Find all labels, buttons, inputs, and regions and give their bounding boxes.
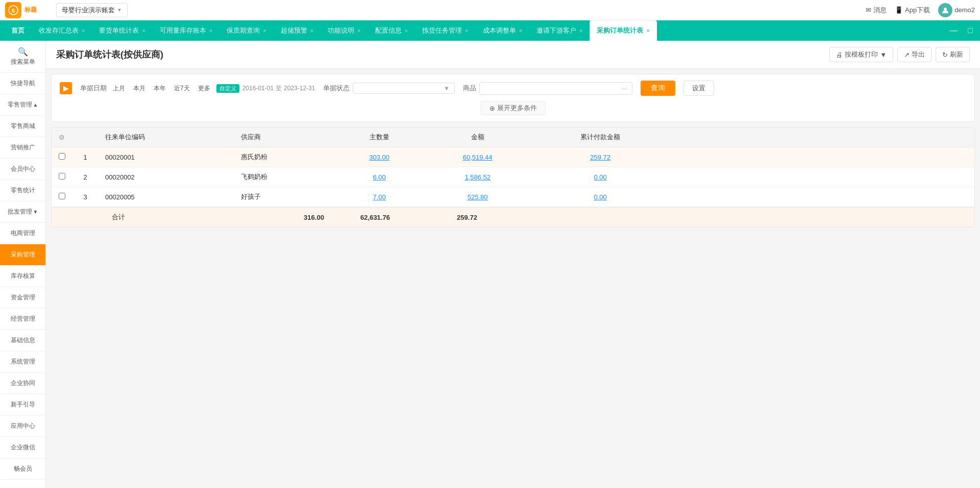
cell-paid-1[interactable]: 0.00 <box>532 167 668 187</box>
tab-baozhi-close-icon[interactable]: × <box>263 28 266 34</box>
tab-kuyong-label: 可用量库存账本 <box>160 26 206 35</box>
header-actions: 🖨 按模板打印 ▼ ↗ 导出 ↻ 刷新 <box>829 47 970 62</box>
cell-quantity-2[interactable]: 7.00 <box>336 187 423 207</box>
settings-button[interactable]: 设置 <box>683 81 714 96</box>
tab-jianhuo-label: 拣货任务管理 <box>422 26 462 35</box>
sidebar-item-quicknav[interactable]: 快捷导航 <box>0 73 45 94</box>
tab-caigou-active[interactable]: 采购订单统计表 × <box>590 20 656 41</box>
row-checkbox-0[interactable] <box>59 153 65 160</box>
cell-quantity-0[interactable]: 303.00 <box>336 147 423 167</box>
tab-peizhi-close-icon[interactable]: × <box>405 28 408 34</box>
cell-paid-2[interactable]: 0.00 <box>532 187 668 207</box>
tab-jianhuo[interactable]: 拣货任务管理 × <box>415 20 475 41</box>
tab-gongneng-close-icon[interactable]: × <box>357 28 360 34</box>
goods-input[interactable]: ··· <box>479 82 632 95</box>
query-button[interactable]: 查询 <box>641 81 675 96</box>
tab-yaoqing[interactable]: 邀请下游客户 × <box>529 20 590 41</box>
user-avatar-area[interactable]: demo2 <box>938 3 975 17</box>
tab-chaochu[interactable]: 超储预警 × <box>274 20 321 41</box>
sidebar-item-sys-mgmt[interactable]: 系统管理 <box>0 351 45 373</box>
message-label: 消息 <box>873 6 887 15</box>
cell-index-1: 2 <box>72 167 98 187</box>
date-shortcut-thisyear[interactable]: 本年 <box>151 83 169 94</box>
date-shortcut-thismonth[interactable]: 本月 <box>130 83 149 94</box>
cell-amount-0[interactable]: 60,519.44 <box>423 147 532 167</box>
cell-checkbox-1[interactable] <box>52 167 72 187</box>
tab-home[interactable]: 首页 <box>4 20 32 41</box>
sidebar-item-operations[interactable]: 经营管理 <box>0 309 45 330</box>
tab-chengben[interactable]: 成本调整单 × <box>476 20 529 41</box>
sidebar-item-member[interactable]: 会员中心 <box>0 159 45 180</box>
message-btn[interactable]: ✉ 消息 <box>866 6 887 15</box>
filter-date-item: 单据日期 上月 本月 本年 近7天 更多 自定义 2016-01-01 至 20… <box>80 83 315 94</box>
app-download-btn[interactable]: 📱 App下载 <box>895 6 930 15</box>
refresh-button[interactable]: ↻ 刷新 <box>936 47 970 62</box>
tab-kuyong[interactable]: 可用量库存账本 × <box>153 20 219 41</box>
tab-minimize-icon[interactable]: — <box>946 25 961 36</box>
sidebar-item-inventory[interactable]: 库存核算 <box>0 266 45 287</box>
tab-chaochu-close-icon[interactable]: × <box>310 28 313 34</box>
cell-quantity-1[interactable]: 6.00 <box>336 167 423 187</box>
date-shortcut-lastmonth[interactable]: 上月 <box>110 83 128 94</box>
table-settings-icon[interactable]: ⚙ <box>59 134 65 141</box>
sidebar-item-purchase[interactable]: 采购管理 <box>0 244 45 266</box>
row-checkbox-1[interactable] <box>59 173 65 179</box>
cell-amount-2[interactable]: 525.80 <box>423 187 532 207</box>
sidebar-item-basic-info[interactable]: 基础信息 <box>0 330 45 351</box>
tab-yaohuo-close-icon[interactable]: × <box>142 28 145 34</box>
table-row: 3 00020005 好孩子 7.00 525.80 0.00 <box>52 187 974 207</box>
app-logo: 6 <box>5 2 21 18</box>
sidebar-item-guide[interactable]: 新手引导 <box>0 394 45 416</box>
sidebar-item-finance[interactable]: 资金管理 <box>0 287 45 309</box>
tab-baozhi[interactable]: 保质期查询 × <box>219 20 273 41</box>
cell-amount-1[interactable]: 1,586.52 <box>423 167 532 187</box>
date-shortcuts: 上月 本月 本年 近7天 更多 <box>110 83 213 94</box>
date-shortcut-more[interactable]: 更多 <box>195 83 213 94</box>
tab-shoufasun-close-icon[interactable]: × <box>82 28 85 34</box>
tab-caigou-close-icon[interactable]: × <box>646 28 649 34</box>
expand-more-button[interactable]: ⊕ 展开更多条件 <box>481 101 546 115</box>
th-amount: 金额 <box>423 127 532 147</box>
sidebar-item-retail-stats[interactable]: 零售统计 <box>0 180 45 201</box>
sidebar-item-retail-mgmt[interactable]: 零售管理 ▲ <box>0 94 45 116</box>
print-button[interactable]: 🖨 按模板打印 ▼ <box>829 47 893 62</box>
cell-checkbox-0[interactable] <box>52 147 72 167</box>
th-supplier: 供应商 <box>234 127 336 147</box>
sidebar-item-wholesale[interactable]: 批发管理 ▼ <box>0 201 45 223</box>
workspace-selector[interactable]: 母婴行业演示账套 ▼ <box>56 3 128 17</box>
refresh-label: 刷新 <box>950 50 963 59</box>
sidebar-item-marketing[interactable]: 营销推广 <box>0 137 45 159</box>
sidebar-item-retail-mall[interactable]: 零售商城 <box>0 116 45 137</box>
filter-toggle-button[interactable]: ▶ <box>60 82 72 94</box>
sidebar-item-search[interactable]: 🔍 搜索菜单 <box>0 41 45 73</box>
cell-paid-0[interactable]: 259.72 <box>532 147 668 167</box>
sidebar-item-appstore[interactable]: 应用中心 <box>0 416 45 437</box>
status-select[interactable]: ▼ <box>353 83 455 94</box>
tab-chengben-close-icon[interactable]: × <box>519 28 522 34</box>
row-checkbox-2[interactable] <box>59 193 65 199</box>
nav-tabs: 首页 收发存汇总表 × 要货单统计表 × 可用量库存账本 × 保质期查询 × 超… <box>0 20 980 41</box>
sidebar-item-wechat[interactable]: 企业微信 <box>0 437 45 458</box>
table-row: 1 00020001 惠氏奶粉 303.00 60,519.44 259.72 <box>52 147 974 167</box>
export-button[interactable]: ↗ 导出 <box>897 47 932 62</box>
tab-jianhuo-close-icon[interactable]: × <box>465 28 468 34</box>
tab-yaohuo[interactable]: 要货单统计表 × <box>92 20 152 41</box>
sidebar-item-enterprise[interactable]: 企业协同 <box>0 373 45 394</box>
tab-shoufasun-label: 收发存汇总表 <box>39 26 79 35</box>
date-shortcut-7days[interactable]: 近7天 <box>171 83 193 94</box>
cell-code-2: 00020005 <box>98 187 234 207</box>
cell-checkbox-2[interactable] <box>52 187 72 207</box>
tab-yaoqing-close-icon[interactable]: × <box>579 28 582 34</box>
sidebar-item-vip[interactable]: 畅会员 <box>0 458 45 480</box>
tab-peizhi[interactable]: 配置信息 × <box>368 20 415 41</box>
sidebar-item-ecommerce[interactable]: 电商管理 <box>0 223 45 244</box>
th-index <box>72 127 98 147</box>
th-extra <box>668 127 974 147</box>
tab-kuyong-close-icon[interactable]: × <box>209 28 212 34</box>
tab-expand-icon[interactable]: □ <box>965 25 976 36</box>
tab-shoufasun[interactable]: 收发存汇总表 × <box>32 20 92 41</box>
tab-gongneng[interactable]: 功能说明 × <box>321 20 368 41</box>
table-header-row: ⚙ 往来单位编码 供应商 主数量 金额 累计付款金额 <box>52 127 974 147</box>
cell-supplier-1: 飞鹤奶粉 <box>234 167 336 187</box>
table-footer: 合计 316.00 62,631.76 259.72 <box>52 207 974 227</box>
